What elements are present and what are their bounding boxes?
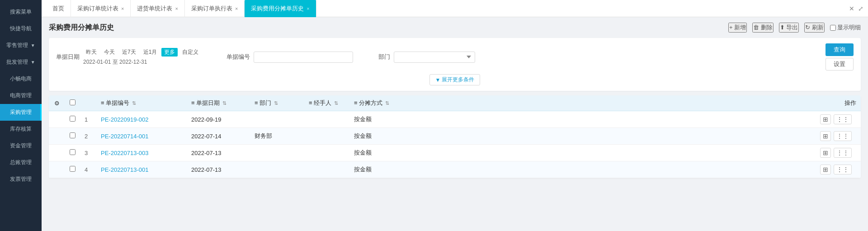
expand-row: ▼ 展开更多条件 [56,74,854,85]
row-docnum-link[interactable]: PE-20220714-001 [101,133,149,140]
row-date: 2022-09-19 [187,111,250,128]
tab-close-import-stat[interactable]: × [175,6,178,11]
expand-label: 展开更多条件 [442,76,474,84]
tab-close-icon[interactable]: ✕ [849,5,854,12]
col-header-docnum[interactable]: ≡ 单据编号 ⇅ [96,95,187,111]
row-num: 2 [80,128,96,145]
row-docnum: PE-20220919-002 [96,111,187,128]
tab-close-purchase-order-exec[interactable]: × [235,6,238,11]
export-button[interactable]: ⬆ 导出 [779,23,799,33]
more-icon[interactable]: ⋮⋮ [834,131,852,141]
date-tag-yesterday[interactable]: 昨天 [83,48,99,57]
page-title: 采购费用分摊单历史 [49,23,114,33]
sidebar-item-retail[interactable]: 零售管理 ▼ [0,37,42,54]
tab-purchase-fee-history[interactable]: 采购费用分摊单历史 × [245,0,316,17]
search-button[interactable]: 查询 [826,43,854,56]
sidebar-item-ledger[interactable]: 总账管理 [0,154,42,171]
row-handler [304,145,349,161]
show-columns-toggle[interactable]: 显示明细 [830,24,861,32]
sidebar-item-label: 采购管理 [2,108,40,116]
row-checkbox[interactable] [65,111,80,128]
col-header-date[interactable]: ≡ 单据日期 ⇅ [187,95,250,111]
sidebar-item-label: 快捷导航 [2,25,40,33]
refresh-button[interactable]: ↻ 刷新 [804,23,825,33]
view-icon[interactable]: ⊞ [820,114,831,124]
delete-label: 🗑 删除 [753,24,773,32]
row-num: 3 [80,145,96,161]
col-docnum-label: ≡ 单据编号 [101,99,129,106]
row-checkbox[interactable] [65,128,80,145]
sort-icon-split: ⇅ [385,100,389,106]
show-columns-label: 显示明细 [837,24,861,32]
sidebar-item-mini[interactable]: 小畅电商 [0,71,42,87]
row-split: 按金额 [349,145,816,161]
date-tag-1month[interactable]: 近1月 [141,48,160,57]
tab-purchase-order-exec[interactable]: 采购订单执行表 × [185,0,245,17]
tab-close-purchase-fee-history[interactable]: × [307,6,309,11]
sidebar-item-search[interactable]: 搜索菜单 [0,4,42,20]
col-header-gear[interactable]: ⚙ [49,95,65,111]
row-docnum-link[interactable]: PE-20220919-002 [101,116,149,123]
row-date: 2022-07-14 [187,128,250,145]
tab-home[interactable]: 首页 [46,0,71,17]
data-table-wrap: ⚙ ≡ 单据编号 ⇅ ≡ 单据日期 ⇅ ≡ 部门 [49,95,861,178]
date-tag-7days[interactable]: 近7天 [119,48,139,57]
page-header: 采购费用分摊单历史 + 新增 🗑 删除 ⬆ 导出 ↻ 刷新 显示明细 [49,23,861,33]
col-header-checkbox[interactable] [65,95,80,111]
view-icon[interactable]: ⊞ [820,131,831,141]
delete-button[interactable]: 🗑 删除 [752,23,774,33]
sidebar-item-finance[interactable]: 资金管理 [0,137,42,154]
table-row: 4 PE-20220713-001 2022-07-13 按金额 ⊞ ⋮⋮ [49,161,861,178]
date-tag-custom[interactable]: 自定义 [179,48,201,57]
sidebar-item-shortcut[interactable]: 快捷导航 [0,20,42,37]
tab-purchase-order-stat[interactable]: 采购订单统计表 × [71,0,131,17]
row-date: 2022-07-13 [187,145,250,161]
sidebar-item-wholesale[interactable]: 批发管理 ▼ [0,54,42,71]
sidebar-item-invoice[interactable]: 发票管理 [0,171,42,188]
date-tags: 昨天 今天 近7天 近1月 更多 自定义 [83,48,201,57]
row-select-checkbox[interactable] [70,116,75,122]
show-columns-checkbox[interactable] [830,25,836,31]
row-docnum-link[interactable]: PE-20220713-003 [101,150,149,156]
col-header-handler[interactable]: ≡ 经手人 ⇅ [304,95,349,111]
dept-select[interactable] [394,52,475,63]
row-select-checkbox[interactable] [70,149,75,155]
row-gear [49,145,65,161]
settings-button[interactable]: 设置 [826,58,854,71]
page-content: 采购费用分摊单历史 + 新增 🗑 删除 ⬆ 导出 ↻ 刷新 显示明细 [42,17,868,231]
sidebar-item-ecom[interactable]: 电商管理 [0,87,42,104]
col-header-split[interactable]: ≡ 分摊方式 ⇅ [349,95,816,111]
select-all-checkbox[interactable] [70,99,75,105]
view-icon[interactable]: ⊞ [820,165,831,174]
more-icon[interactable]: ⋮⋮ [834,165,852,174]
col-header-dept[interactable]: ≡ 部门 ⇅ [250,95,304,111]
sidebar-item-inventory[interactable]: 库存核算 [0,121,42,137]
tab-import-stat-label: 进货单统计表 [137,5,172,13]
sidebar-item-purchase[interactable]: 采购管理 [0,104,42,121]
date-tag-more[interactable]: 更多 [161,48,178,57]
sidebar-item-label: 零售管理 ▼ [2,42,40,49]
col-split-label: ≡ 分摊方式 [354,99,382,106]
row-checkbox[interactable] [65,161,80,178]
date-tag-today[interactable]: 今天 [101,48,118,57]
tab-maximize-icon[interactable]: ⤢ [858,5,863,12]
more-icon[interactable]: ⋮⋮ [834,148,852,158]
more-icon[interactable]: ⋮⋮ [834,114,852,124]
row-select-checkbox[interactable] [70,132,75,138]
row-gear [49,128,65,145]
row-handler [304,161,349,178]
table-row: 1 PE-20220919-002 2022-09-19 按金额 ⊞ ⋮⋮ [49,111,861,128]
export-label: ⬆ 导出 [780,24,798,32]
view-icon[interactable]: ⊞ [820,148,831,158]
tab-import-stat[interactable]: 进货单统计表 × [131,0,184,17]
row-docnum: PE-20220713-001 [96,161,187,178]
refresh-label: ↻ 刷新 [805,24,824,32]
tab-close-purchase-order-stat[interactable]: × [121,6,124,11]
row-checkbox[interactable] [65,145,80,161]
add-button[interactable]: + 新增 [728,23,747,33]
row-docnum-link[interactable]: PE-20220713-001 [101,166,149,173]
doc-num-input[interactable] [254,52,353,63]
row-select-checkbox[interactable] [70,166,75,172]
expand-button[interactable]: ▼ 展开更多条件 [429,74,481,85]
sidebar-item-label: 资金管理 [2,142,40,150]
